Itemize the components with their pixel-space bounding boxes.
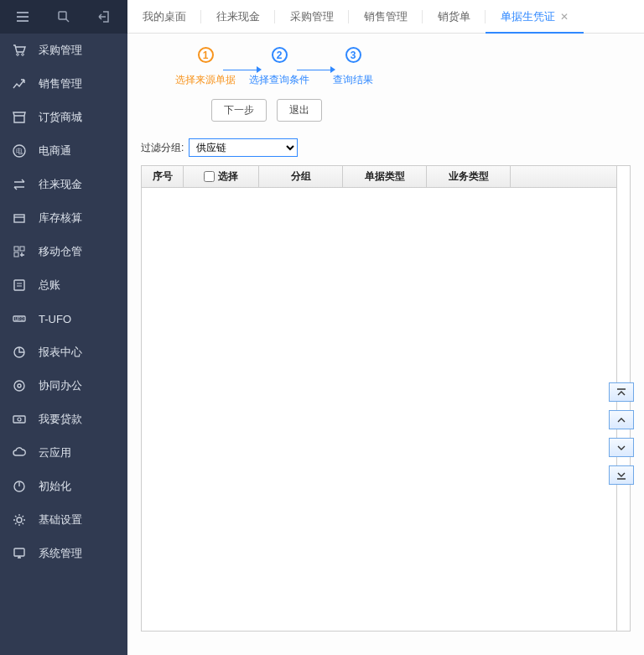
table-header: 序号 选择 分组 单据类型 业务类型	[142, 166, 616, 188]
table-main: 序号 选择 分组 单据类型 业务类型	[142, 166, 616, 631]
step-buttons: 下一步 退出	[127, 99, 644, 122]
select-all-checkbox[interactable]	[204, 171, 215, 182]
svg-point-2	[22, 54, 24, 56]
money-icon	[12, 412, 27, 427]
sidebar-item-label: 基础设置	[39, 512, 82, 528]
sidebar-item-sysmgmt[interactable]: 系统管理	[0, 537, 127, 570]
chart-up-icon	[12, 76, 27, 91]
th-doctype: 单据类型	[343, 166, 427, 187]
logout-icon[interactable]	[85, 0, 125, 34]
move-top-button[interactable]	[609, 382, 634, 402]
tab-label: 单据生凭证	[501, 9, 555, 24]
svg-text:UFO: UFO	[15, 316, 24, 321]
th-biztype: 业务类型	[427, 166, 511, 187]
tab-voucher[interactable]: 单据生凭证 ✕	[486, 0, 584, 33]
th-select: 选择	[184, 166, 259, 187]
sidebar-item-reports[interactable]: 报表中心	[0, 335, 127, 369]
move-up-button[interactable]	[609, 410, 634, 429]
sidebar-item-sales[interactable]: 销售管理	[0, 67, 127, 101]
ufo-icon: UFO	[12, 311, 27, 326]
sidebar-item-cash[interactable]: 往来现金	[0, 168, 127, 201]
sidebar-item-label: T-UFO	[39, 313, 71, 325]
step-label: 查询结果	[333, 73, 373, 87]
svg-rect-19	[14, 548, 24, 556]
svg-point-14	[18, 384, 21, 387]
sidebar-item-label: 采购管理	[39, 43, 82, 58]
svg-rect-0	[59, 12, 66, 19]
inventory-icon	[12, 211, 27, 226]
move-bottom-button[interactable]	[609, 465, 634, 485]
sidebar-item-ledger[interactable]: 总账	[0, 268, 127, 302]
svg-rect-5	[14, 215, 24, 222]
tab-label: 销货单	[438, 9, 470, 24]
exchange-icon	[12, 177, 27, 192]
sidebar-item-mobilewh[interactable]: 移动仓管	[0, 235, 127, 268]
svg-point-1	[17, 54, 19, 56]
tab-salesorder[interactable]: 销货单	[423, 0, 486, 33]
reorder-buttons	[609, 382, 634, 485]
sidebar-item-loan[interactable]: 我要贷款	[0, 403, 127, 436]
content: 1 选择来源单据 2 选择查询条件 3 查询结果 下一步 退出 过滤分组: 供应…	[127, 34, 644, 655]
ledger-icon	[12, 278, 27, 293]
step-circle: 3	[345, 47, 361, 63]
th-select-label: 选择	[218, 169, 238, 184]
tab-label: 我的桌面	[143, 9, 186, 24]
close-icon[interactable]: ✕	[560, 11, 569, 23]
svg-rect-7	[20, 247, 24, 251]
sidebar-item-label: 往来现金	[39, 177, 82, 192]
sidebar-item-label: 初始化	[39, 479, 71, 494]
svg-text:电: 电	[16, 148, 23, 155]
tab-purchase[interactable]: 采购管理	[275, 0, 349, 33]
svg-rect-6	[14, 247, 18, 251]
sidebar-item-label: 销售管理	[39, 76, 82, 91]
sidebar-item-ordermall[interactable]: 订货商城	[0, 101, 127, 134]
tab-label: 销售管理	[364, 9, 408, 24]
sidebar-item-label: 报表中心	[39, 345, 82, 360]
step-circle: 1	[198, 47, 214, 63]
tab-label: 采购管理	[290, 9, 334, 24]
tab-bar: 我的桌面 往来现金 采购管理 销售管理 销货单 单据生凭证 ✕	[127, 0, 644, 34]
tab-sales[interactable]: 销售管理	[349, 0, 423, 33]
step-label: 选择查询条件	[249, 73, 309, 87]
cart-icon	[12, 43, 27, 58]
cloud-icon	[12, 445, 27, 460]
search-icon[interactable]	[44, 0, 84, 34]
sidebar: 采购管理 销售管理 订货商城 电 电商通 往来现金 库存核算 移动仓管 总账 U…	[0, 0, 127, 655]
sidebar-topbar	[0, 0, 127, 34]
sidebar-item-cloud[interactable]: 云应用	[0, 436, 127, 470]
sidebar-item-inventory[interactable]: 库存核算	[0, 201, 127, 235]
step-circle: 2	[272, 47, 288, 63]
sidebar-item-ecom[interactable]: 电 电商通	[0, 134, 127, 168]
store-icon	[12, 110, 27, 125]
step-connector	[297, 65, 335, 74]
exit-button[interactable]: 退出	[277, 99, 322, 122]
main: 我的桌面 往来现金 采购管理 销售管理 销货单 单据生凭证 ✕ 1 选择来源单据…	[127, 0, 644, 655]
sidebar-item-basicset[interactable]: 基础设置	[0, 503, 127, 537]
table: 序号 选择 分组 单据类型 业务类型	[141, 165, 631, 632]
sidebar-item-collab[interactable]: 协同办公	[0, 369, 127, 403]
svg-rect-8	[14, 252, 18, 257]
sidebar-item-init[interactable]: 初始化	[0, 470, 127, 503]
filter-label: 过滤分组:	[141, 141, 184, 155]
tab-desktop[interactable]: 我的桌面	[127, 0, 201, 33]
power-icon	[12, 479, 27, 494]
sidebar-item-purchase[interactable]: 采购管理	[0, 34, 127, 67]
sidebar-item-label: 电商通	[39, 143, 71, 159]
sidebar-item-tufo[interactable]: UFO T-UFO	[0, 302, 127, 335]
menu-icon[interactable]	[3, 0, 43, 34]
step-label: 选择来源单据	[175, 73, 236, 87]
move-down-button[interactable]	[609, 438, 634, 457]
filter-group-select[interactable]: 供应链	[189, 138, 298, 157]
tab-cash[interactable]: 往来现金	[201, 0, 275, 33]
svg-point-18	[17, 517, 22, 522]
steps: 1 选择来源单据 2 选择查询条件 3 查询结果	[127, 47, 644, 87]
th-index: 序号	[142, 166, 184, 187]
sidebar-item-label: 协同办公	[39, 378, 82, 393]
sidebar-item-label: 云应用	[39, 445, 71, 460]
svg-point-13	[14, 381, 24, 391]
ecom-icon: 电	[12, 143, 27, 159]
th-group: 分组	[259, 166, 343, 187]
next-button[interactable]: 下一步	[211, 99, 267, 122]
sidebar-item-label: 移动仓管	[39, 244, 82, 259]
target-icon	[12, 378, 27, 393]
